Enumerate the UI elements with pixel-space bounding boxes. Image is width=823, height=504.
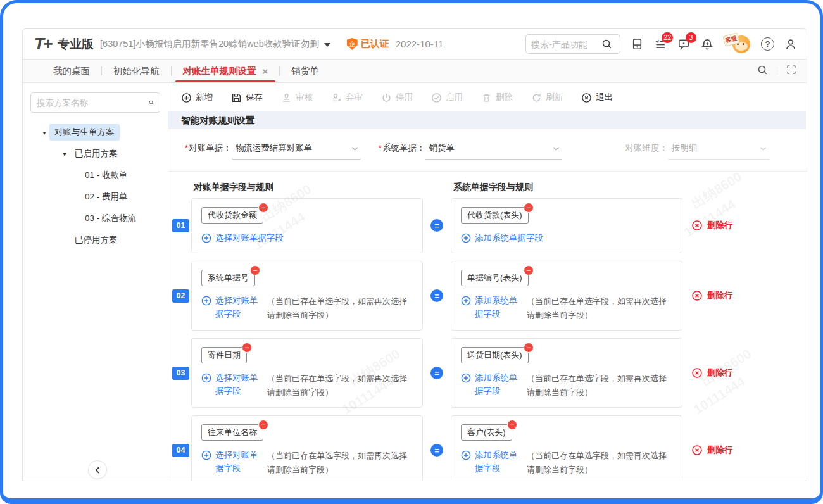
tabbar-divider bbox=[777, 66, 777, 75]
remove-field-icon[interactable]: − bbox=[258, 203, 268, 213]
remove-field-icon[interactable]: − bbox=[524, 203, 534, 213]
add-system-field-link[interactable]: 添加系统单据字段 bbox=[461, 294, 519, 321]
exit-button[interactable]: 退出 bbox=[581, 92, 613, 103]
audit-button[interactable]: 审核 bbox=[281, 92, 313, 103]
tab-recon-rule-settings[interactable]: 对账生单规则设置 × bbox=[172, 60, 280, 82]
select-recon-field-link[interactable]: 选择对账单据字段 bbox=[201, 372, 260, 398]
power-icon bbox=[381, 92, 392, 103]
link-label: 添加系统单据字段 bbox=[475, 294, 519, 321]
scheme-search-box[interactable] bbox=[30, 92, 160, 113]
link-label: 选择对账单据字段 bbox=[215, 294, 260, 321]
message-icon[interactable]: 3 bbox=[677, 37, 691, 51]
tree-node-scheme-01[interactable]: 01 - 收款单 bbox=[30, 165, 160, 186]
delete-button[interactable]: 删除 bbox=[481, 92, 513, 103]
rule-row-01: 01 代收货款金额− 选择对账单据字段 = 代收货款(表头)− 添加系统单据字段 bbox=[172, 198, 807, 253]
recon-field-card: 代收货款金额− 选择对账单据字段 bbox=[191, 198, 423, 253]
scheme-sidebar: ▾ 对账与生单方案 ▾ 已启用方案 01 - 收款单 02 - 费用单 03 -… bbox=[23, 84, 168, 481]
link-label: 添加系统单据字段 bbox=[475, 449, 519, 476]
refresh-button[interactable]: 刷新 bbox=[531, 92, 563, 103]
system-field-card: 代收货款(表头)− 添加系统单据字段 bbox=[451, 198, 682, 253]
tree-node-scheme-03[interactable]: 03 - 综合物流 bbox=[30, 208, 160, 229]
link-label: 添加系统单据字段 bbox=[475, 232, 543, 245]
todo-list-icon[interactable]: 22 bbox=[653, 37, 667, 51]
tree-node-recon-schemes[interactable]: ▾ 对账与生单方案 bbox=[30, 122, 160, 143]
delete-row-button[interactable]: 删除行 bbox=[691, 220, 807, 231]
delete-row-label: 删除行 bbox=[707, 220, 733, 231]
mascot-eye bbox=[743, 43, 744, 45]
select-recon-field-link[interactable]: 选择对账单据字段 bbox=[201, 449, 260, 476]
remove-field-icon[interactable]: − bbox=[242, 343, 252, 353]
recon-field-card: 往来单位名称− 选择对账单据字段 （当前已存在单选字段，如需再次选择请删除当前字… bbox=[191, 415, 423, 481]
single-select-note: （当前已存在单选字段，如需再次选择请删除当前字段） bbox=[527, 449, 673, 477]
button-label: 刷新 bbox=[546, 92, 563, 103]
unaudit-button[interactable]: 弃审 bbox=[331, 92, 363, 103]
user-icon[interactable] bbox=[784, 37, 798, 51]
recon-doc-field: *对账单据： 物流运费结算对账单 bbox=[185, 141, 361, 160]
deactivate-button[interactable]: 停用 bbox=[381, 92, 413, 103]
row-number-badge: 02 bbox=[172, 289, 189, 303]
workbench-icon[interactable] bbox=[630, 37, 644, 51]
add-system-field-link[interactable]: 添加系统单据字段 bbox=[461, 372, 519, 398]
section-title: 智能对账规则设置 bbox=[168, 111, 806, 129]
select-recon-field-link[interactable]: 选择对账单据字段 bbox=[201, 294, 260, 321]
recon-doc-select[interactable]: 物流运费结算对账单 bbox=[232, 141, 361, 160]
tree-node-disabled-schemes[interactable]: 已停用方案 bbox=[30, 229, 160, 251]
add-button[interactable]: 新增 bbox=[181, 92, 213, 103]
tree-node-scheme-02[interactable]: 02 - 费用单 bbox=[30, 186, 160, 208]
tab-init-nav[interactable]: 初始化导航 bbox=[102, 60, 171, 82]
field-tag: 系统单据号− bbox=[201, 270, 255, 286]
activate-button[interactable]: 启用 bbox=[431, 92, 463, 103]
button-label: 审核 bbox=[296, 92, 313, 103]
account-caret-icon[interactable] bbox=[324, 43, 330, 47]
delete-row-button[interactable]: 删除行 bbox=[691, 290, 807, 301]
notification-bell-icon[interactable] bbox=[700, 37, 714, 51]
search-icon[interactable] bbox=[600, 37, 613, 51]
stamp-x-icon bbox=[331, 92, 342, 103]
select-value: 按明细 bbox=[672, 142, 698, 154]
rule-row-04: 04 往来单位名称− 选择对账单据字段 （当前已存在单选字段，如需再次选择请删除… bbox=[172, 415, 807, 481]
button-label: 启用 bbox=[446, 92, 463, 103]
field-label: 对账维度： bbox=[625, 142, 669, 154]
close-circle-icon bbox=[581, 92, 592, 103]
remove-field-icon[interactable]: − bbox=[524, 343, 534, 353]
product-search-box[interactable] bbox=[525, 34, 620, 54]
fullscreen-icon[interactable] bbox=[786, 65, 796, 77]
tab-my-desktop[interactable]: 我的桌面 bbox=[42, 60, 101, 82]
select-value: 物流运费结算对账单 bbox=[236, 142, 313, 154]
tab-sales-order[interactable]: 销货单 bbox=[280, 60, 330, 82]
trash-icon bbox=[481, 92, 492, 103]
cert-status-label: 已认证 bbox=[361, 38, 389, 50]
main-content: 出纳860010111444 出纳860010111444 出纳86001011… bbox=[168, 84, 807, 481]
app-container: T+ 专业版 [630751]小畅报销启用新零售20赊销web收款验证勿删 企 … bbox=[22, 28, 807, 481]
save-button[interactable]: 保存 bbox=[231, 92, 263, 103]
app-window-frame: T+ 专业版 [630751]小畅报销启用新零售20赊销web收款验证勿删 企 … bbox=[0, 0, 823, 504]
product-search-input[interactable] bbox=[531, 39, 600, 49]
field-tag: 代收货款金额− bbox=[201, 207, 263, 224]
tree-node-enabled-schemes[interactable]: ▾ 已启用方案 bbox=[30, 143, 160, 165]
service-mascot[interactable]: 客服 bbox=[724, 34, 751, 54]
delete-row-button[interactable]: 删除行 bbox=[691, 444, 807, 456]
remove-field-icon[interactable]: − bbox=[524, 265, 534, 275]
add-system-field-link[interactable]: 添加系统单据字段 bbox=[461, 232, 543, 245]
required-mark: * bbox=[185, 143, 188, 153]
tree-node-label: 已启用方案 bbox=[70, 146, 123, 162]
remove-field-icon[interactable]: − bbox=[250, 265, 260, 275]
select-recon-field-link[interactable]: 选择对账单据字段 bbox=[201, 232, 284, 245]
sidebar-collapse-button[interactable] bbox=[88, 460, 107, 479]
tab-search-icon[interactable] bbox=[757, 65, 768, 78]
field-label: 系统单据： bbox=[382, 143, 425, 153]
remove-field-icon[interactable]: − bbox=[507, 420, 517, 430]
single-select-note: （当前已存在单选字段，如需再次选择请删除当前字段） bbox=[527, 372, 673, 400]
remove-field-icon[interactable]: − bbox=[258, 420, 268, 430]
field-tag: 客户(表头)− bbox=[461, 424, 512, 441]
add-system-field-link[interactable]: 添加系统单据字段 bbox=[461, 449, 519, 476]
close-tab-icon[interactable]: × bbox=[263, 66, 268, 77]
system-doc-select[interactable]: 销货单 bbox=[425, 141, 562, 160]
caret-down-icon[interactable]: ▾ bbox=[39, 129, 49, 136]
field-tag: 单据编号(表头)− bbox=[461, 270, 529, 286]
caret-down-icon[interactable]: ▾ bbox=[60, 151, 70, 158]
action-toolbar: 新增 保存 审核 弃审 停用 bbox=[168, 84, 807, 111]
scheme-search-input[interactable] bbox=[37, 98, 149, 108]
help-icon[interactable]: ? bbox=[761, 37, 774, 51]
delete-row-button[interactable]: 删除行 bbox=[691, 367, 807, 379]
